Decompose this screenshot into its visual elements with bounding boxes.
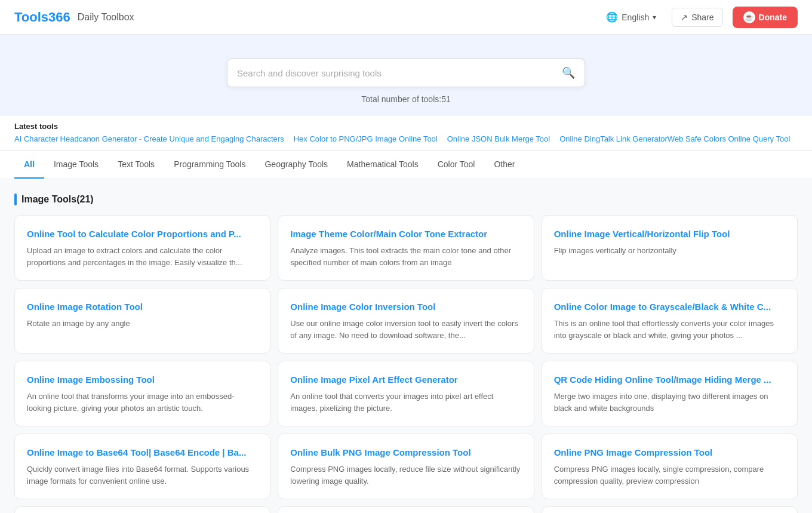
tab-geography-tools[interactable]: Geography Tools [255, 151, 337, 179]
tool-desc-embossing: An online tool that transforms your imag… [27, 391, 258, 414]
tool-card-grayscale[interactable]: Online Color Image to Grayscale/Black & … [542, 288, 798, 354]
latest-link-3[interactable]: Online DingTalk Link Generator [559, 134, 668, 143]
header-right: 🌐 English ▾ ↗ Share ☕ Donate [600, 7, 798, 28]
logo-text: Tools366 [14, 10, 70, 25]
latest-tools-label: Latest tools [14, 122, 798, 131]
tool-title-pixel-art: Online Image Pixel Art Effect Generator [290, 373, 521, 386]
tool-desc-qr-hiding: Merge two images into one, displaying tw… [554, 391, 785, 414]
header: Tools366 Daily Toolbox 🌐 English ▾ ↗ Sha… [0, 0, 812, 35]
tool-card-rotation[interactable]: Online Image Rotation Tool Rotate an ima… [14, 288, 270, 354]
search-box: 🔍 [227, 59, 585, 87]
tool-card-image-compress[interactable]: Online Image Compression Tool Locally co… [278, 506, 534, 513]
daily-toolbox-label: Daily Toolbox [78, 12, 134, 23]
donate-button[interactable]: ☕ Donate [733, 7, 798, 28]
tool-title-base64: Online Image to Base64 Tool| Base64 Enco… [27, 446, 258, 459]
tool-card-png-compress[interactable]: Online PNG Image Compression Tool Compre… [542, 434, 798, 499]
tool-title-color-proportions: Online Tool to Calculate Color Proportio… [27, 228, 258, 240]
latest-link-4[interactable]: Web Safe Colors Online Query Tool [668, 134, 790, 143]
tool-title-qr-hiding: QR Code Hiding Online Tool/Image Hiding … [554, 373, 785, 386]
chevron-down-icon: ▾ [653, 13, 656, 21]
latest-tools-bar: Latest tools AI Character Headcanon Gene… [0, 116, 812, 151]
language-button[interactable]: 🌐 English ▾ [600, 8, 662, 26]
image-tools-section-title: Image Tools(21) [14, 193, 798, 205]
kofi-icon: ☕ [743, 11, 755, 23]
tool-card-color-tone[interactable]: Image Theme Color/Main Color Tone Extrac… [278, 215, 534, 281]
tool-title-png-compress: Online PNG Image Compression Tool [554, 446, 785, 459]
tool-title-color-tone: Image Theme Color/Main Color Tone Extrac… [290, 228, 521, 240]
tool-title-bulk-png-compress: Online Bulk PNG Image Compression Tool [290, 446, 521, 459]
latest-link-2[interactable]: Online JSON Bulk Merge Tool [447, 134, 550, 143]
tool-card-image-resize[interactable]: Online Image Resizing Tool Resize images… [542, 506, 798, 513]
globe-icon: 🌐 [606, 11, 618, 23]
latest-links: AI Character Headcanon Generator - Creat… [14, 134, 798, 143]
share-button[interactable]: ↗ Share [672, 8, 722, 27]
tool-desc-pixel-art: An online tool that converts your images… [290, 391, 521, 414]
tool-title-embossing: Online Image Embossing Tool [27, 373, 258, 386]
search-area: 🔍 Total number of tools:51 [0, 35, 812, 116]
tool-card-color-inversion[interactable]: Online Image Color Inversion Tool Use ou… [278, 288, 534, 354]
tab-programming-tools[interactable]: Programming Tools [164, 151, 255, 179]
total-count: Total number of tools:51 [12, 94, 800, 104]
main-content: Image Tools(21) Online Tool to Calculate… [0, 179, 812, 513]
tool-card-embossing[interactable]: Online Image Embossing Tool An online to… [14, 361, 270, 426]
tool-card-pixel-art[interactable]: Online Image Pixel Art Effect Generator … [278, 361, 534, 426]
tool-desc-color-proportions: Upload an image to extract colors and ca… [27, 245, 258, 268]
tool-desc-flip: Flip images vertically or horizontally [554, 245, 785, 257]
tool-card-qr-hiding[interactable]: QR Code Hiding Online Tool/Image Hiding … [542, 361, 798, 426]
latest-link-1[interactable]: Hex Color to PNG/JPG Image Online Tool [294, 134, 438, 143]
tab-other[interactable]: Other [484, 151, 524, 179]
donate-label: Donate [759, 13, 787, 22]
tool-card-flip[interactable]: Online Image Vertical/Horizontal Flip To… [542, 215, 798, 281]
share-icon: ↗ [681, 13, 688, 22]
tool-grid: Online Tool to Calculate Color Proportio… [14, 215, 798, 513]
logo-link[interactable]: Tools366 Daily Toolbox [14, 10, 134, 25]
tool-desc-rotation: Rotate an image by any angle [27, 318, 258, 330]
share-label: Share [691, 13, 713, 22]
tool-desc-base64: Quickly convert image files into Base64 … [27, 463, 258, 487]
tool-card-bulk-png-compress[interactable]: Online Bulk PNG Image Compression Tool C… [278, 434, 534, 499]
language-label: English [622, 13, 649, 22]
search-icon: 🔍 [562, 66, 575, 79]
tab-image-tools[interactable]: Image Tools [44, 151, 108, 179]
tool-title-grayscale: Online Color Image to Grayscale/Black & … [554, 300, 785, 313]
search-button[interactable]: 🔍 [552, 59, 585, 87]
tabs-row: All Image Tools Text Tools Programming T… [14, 151, 798, 179]
tool-desc-grayscale: This is an online tool that effortlessly… [554, 318, 785, 341]
latest-link-0[interactable]: AI Character Headcanon Generator - Creat… [14, 134, 284, 143]
tab-color-tool[interactable]: Color Tool [428, 151, 485, 179]
tool-card-base64[interactable]: Online Image to Base64 Tool| Base64 Enco… [14, 434, 270, 499]
tool-card-color-proportions[interactable]: Online Tool to Calculate Color Proportio… [14, 215, 270, 281]
tool-desc-color-inversion: Use our online image color inversion too… [290, 318, 521, 341]
tabs-area: All Image Tools Text Tools Programming T… [0, 151, 812, 179]
tool-desc-color-tone: Analyze images. This tool extracts the m… [290, 245, 521, 268]
tab-mathematical-tools[interactable]: Mathematical Tools [337, 151, 428, 179]
tool-title-flip: Online Image Vertical/Horizontal Flip To… [554, 228, 785, 240]
tool-title-rotation: Online Image Rotation Tool [27, 300, 258, 313]
search-input[interactable] [227, 60, 552, 87]
tab-text-tools[interactable]: Text Tools [108, 151, 164, 179]
tab-all[interactable]: All [14, 151, 44, 179]
tool-desc-bulk-png-compress: Compress PNG images locally, reduce file… [290, 463, 521, 487]
tool-title-color-inversion: Online Image Color Inversion Tool [290, 300, 521, 313]
tool-card-bulk-compress[interactable]: Online Bulk Image Compression Tool Compr… [14, 506, 270, 513]
tool-desc-png-compress: Compress PNG images locally, single comp… [554, 463, 785, 487]
